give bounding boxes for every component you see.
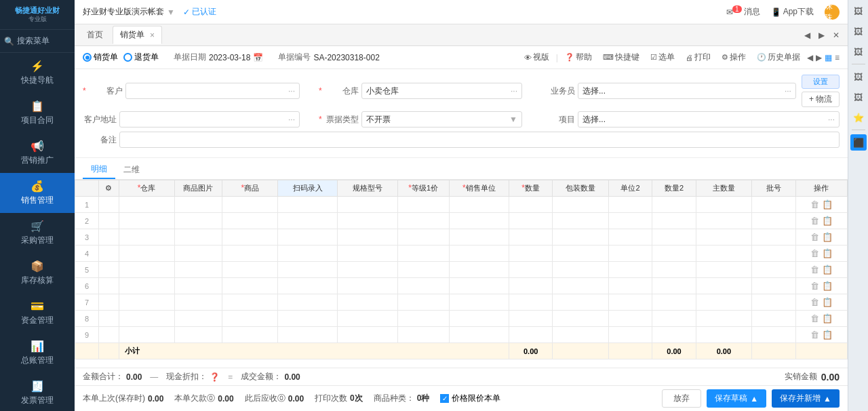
app-download-btn[interactable]: 📱 App下载: [771, 6, 814, 18]
radio-sales[interactable]: 销货单: [83, 52, 118, 63]
rp-btn-6[interactable]: ⭐: [850, 109, 867, 125]
view-btn[interactable]: 👁 视版: [520, 50, 553, 64]
history-btn[interactable]: 🕐 历史单据: [753, 50, 804, 64]
sidebar-item-sales[interactable]: 💰 销售管理: [0, 173, 75, 213]
row-1-main-qty[interactable]: [696, 197, 751, 213]
sidebar-item-accounting[interactable]: 📊 总账管理: [0, 333, 75, 373]
message-btn[interactable]: ✉ 1 消息: [726, 6, 760, 18]
row-3-delete-btn[interactable]: 🗑: [810, 232, 819, 242]
save-new-btn[interactable]: 保存并新增 ▲: [772, 389, 840, 408]
sidebar-item-capital[interactable]: 💳 资金管理: [0, 293, 75, 333]
th-settings[interactable]: ⚙: [99, 180, 119, 197]
row-1-pack-qty[interactable]: [553, 197, 608, 213]
row-1-qty[interactable]: [509, 197, 553, 213]
row-1-spec[interactable]: [338, 197, 397, 213]
note-input[interactable]: [119, 132, 840, 148]
row-5-delete-btn[interactable]: 🗑: [810, 265, 819, 275]
sidebar-item-inventory[interactable]: 📦 库存核算: [0, 253, 75, 293]
project-input[interactable]: 选择... ···: [578, 111, 840, 128]
radio-return[interactable]: 退货单: [123, 52, 159, 63]
add-logistics-btn[interactable]: + 物流: [802, 92, 840, 107]
tab-two-dim[interactable]: 二维: [115, 161, 148, 178]
salesperson-dots[interactable]: ···: [785, 86, 791, 96]
tab-detail[interactable]: 明细: [83, 161, 115, 179]
row-1-qty2[interactable]: [652, 197, 696, 213]
sidebar-item-quick-nav[interactable]: ⚡ 快捷导航: [0, 53, 75, 93]
sidebar-item-purchase[interactable]: 🛒 采购管理: [0, 213, 75, 253]
discount-field: 现金折扣： ❓: [166, 371, 220, 383]
operation-btn[interactable]: ⚙ 操作: [717, 50, 750, 64]
warehouse-dots[interactable]: ···: [511, 86, 517, 96]
warehouse-input[interactable]: 小卖仓库 ···: [361, 83, 522, 99]
sidebar-item-marketing[interactable]: 📢 营销推广: [0, 133, 75, 173]
row-1-copy-btn[interactable]: 📋: [822, 199, 833, 210]
rp-btn-5[interactable]: 🖼: [850, 89, 867, 105]
toolbar-grid-icon[interactable]: ▦: [825, 53, 832, 62]
row-1-delete-btn[interactable]: 🗑: [810, 199, 819, 210]
toolbar-next-icon[interactable]: ▶: [816, 53, 822, 62]
calendar-icon[interactable]: 📅: [253, 53, 263, 62]
tab-close-btn[interactable]: ✕: [830, 29, 842, 41]
row-3-copy-btn[interactable]: 📋: [822, 232, 833, 242]
row-1-img[interactable]: [174, 197, 222, 213]
row-1-price1[interactable]: [397, 197, 449, 213]
select-btn[interactable]: ☑ 选单: [646, 50, 679, 64]
toolbar-list-icon[interactable]: ≡: [835, 53, 840, 62]
row-8-delete-btn[interactable]: 🗑: [810, 313, 819, 324]
tab-sales-order[interactable]: 销货单 ×: [113, 26, 162, 44]
sidebar-item-invoicing[interactable]: 🧾 发票管理: [0, 373, 75, 411]
save-draft-btn[interactable]: 保存草稿 ▲: [707, 389, 766, 408]
th-scan-input[interactable]: 扫码录入: [278, 180, 338, 197]
row-9-copy-btn[interactable]: 📋: [822, 330, 833, 340]
row-1-warehouse[interactable]: [119, 197, 174, 213]
customer-input[interactable]: ···: [125, 83, 300, 99]
help-btn[interactable]: ❓ 帮助: [561, 50, 596, 64]
tab-home[interactable]: 首页: [80, 26, 110, 43]
row-1-product[interactable]: [222, 197, 278, 213]
row-1-batch[interactable]: [752, 197, 796, 213]
invoice-select[interactable]: 不开票 ▼: [361, 111, 522, 128]
rp-btn-4[interactable]: 🖼: [850, 68, 867, 85]
tab-next-btn[interactable]: ▶: [816, 29, 827, 41]
project-dots[interactable]: ···: [828, 115, 835, 124]
row-6-copy-btn[interactable]: 📋: [822, 281, 833, 291]
tab-close-icon[interactable]: ×: [150, 31, 155, 40]
rp-btn-active[interactable]: ⬛: [850, 134, 867, 151]
row-2-delete-btn[interactable]: 🗑: [810, 216, 819, 226]
row-1-unit2[interactable]: [608, 197, 652, 213]
row-9-delete-btn[interactable]: 🗑: [810, 330, 819, 340]
salesperson-input[interactable]: 选择... ···: [578, 83, 796, 99]
row-1-scan[interactable]: [278, 197, 338, 213]
row-7-copy-btn[interactable]: 📋: [822, 297, 833, 307]
print-btn[interactable]: 🖨 打印: [682, 50, 715, 64]
row-6-delete-btn[interactable]: 🗑: [810, 281, 819, 291]
user-avatar-btn[interactable]: 珠珠: [825, 5, 840, 20]
sidebar-item-project[interactable]: 📋 项目合同: [0, 93, 75, 133]
tab-prev-btn[interactable]: ◀: [802, 29, 813, 41]
toolbar-prev-icon[interactable]: ◀: [807, 53, 813, 62]
sidebar-search[interactable]: 🔍 搜索菜单: [0, 30, 75, 53]
row-8-copy-btn[interactable]: 📋: [822, 313, 833, 324]
rp-btn-2[interactable]: 🖼: [850, 23, 867, 39]
price-limit-checkbox[interactable]: ✓ 价格限价本单: [440, 393, 500, 404]
row-4-delete-btn[interactable]: 🗑: [810, 248, 819, 258]
topbar: 好业财专业版演示帐套 ▼ ✓ 已认证 ✉ 1 消息 📱 App下载 珠珠: [75, 0, 848, 24]
row-2-copy-btn[interactable]: 📋: [822, 216, 833, 226]
row-5-copy-btn[interactable]: 📋: [822, 265, 833, 275]
address-input[interactable]: ···: [119, 111, 300, 128]
row-1-sales-unit[interactable]: [449, 197, 509, 213]
address-dots[interactable]: ···: [288, 115, 295, 124]
row-4-copy-btn[interactable]: 📋: [822, 248, 833, 258]
customer-dots[interactable]: ···: [288, 86, 295, 96]
rp-btn-3[interactable]: 🖼: [850, 43, 867, 60]
content-area: 销货单 退货单 单据日期 2023-03-18 📅 单据编号 SA-202303…: [75, 46, 848, 411]
sidebar-item-label: 资金管理: [21, 315, 54, 326]
rp-btn-1[interactable]: 🖼: [850, 3, 867, 19]
abandon-btn[interactable]: 放弃: [662, 389, 701, 408]
company-selector[interactable]: 好业财专业版演示帐套 ▼: [83, 6, 175, 18]
set-btn[interactable]: 设置: [802, 75, 840, 89]
discount-help-icon[interactable]: ❓: [210, 372, 220, 382]
shortcut-btn[interactable]: ⌨ 快捷键: [599, 50, 644, 64]
row-7-delete-btn[interactable]: 🗑: [810, 297, 819, 307]
date-value[interactable]: 2023-03-18: [209, 53, 250, 62]
